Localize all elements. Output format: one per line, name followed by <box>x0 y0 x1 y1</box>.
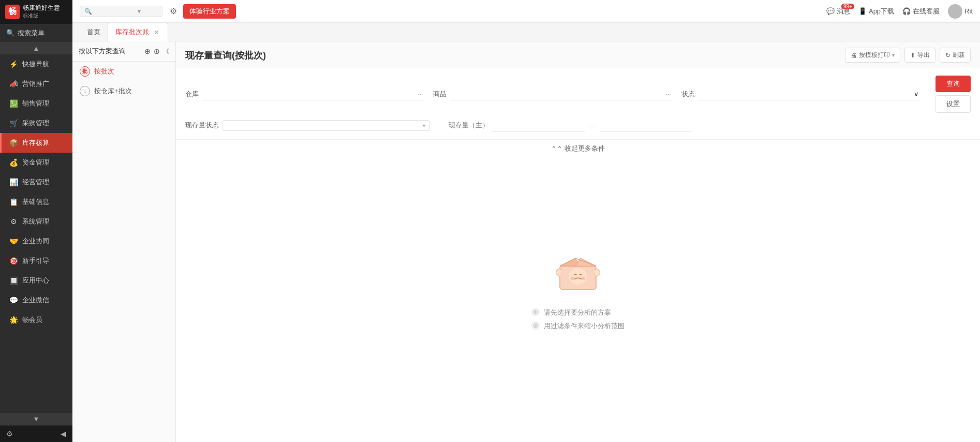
settings-btn[interactable]: 设置 <box>936 95 971 113</box>
company-name: 畅康通好生意 <box>23 4 60 12</box>
product-input[interactable]: ··· <box>450 89 673 100</box>
sidebar-item-label: 采购管理 <box>22 119 49 128</box>
print-icon: 🖨 <box>851 52 857 59</box>
warehouse-label: 仓库 <box>185 90 199 99</box>
svg-point-1 <box>569 268 587 285</box>
topbar-search-dropdown-icon[interactable]: ▾ <box>138 8 141 15</box>
basic-info-icon: 📋 <box>9 197 18 207</box>
scheme-item-warehouse-batch[interactable]: ○ 按仓库+批次 <box>72 81 175 101</box>
online-service-label: 在线客服 <box>913 7 940 16</box>
sidebar-item-marketing[interactable]: 📣 营销推广 <box>0 74 72 94</box>
tab-home[interactable]: 首页 <box>80 23 108 41</box>
filter-row-1: 仓库 ··· 商品 ··· 状态 <box>185 76 971 113</box>
sidebar-nav: ⚡ 快捷导航 📣 营销推广 💹 销售管理 🛒 采购管理 📦 库存核算 💰 资金管… <box>0 54 72 413</box>
sidebar-item-label: 企业微信 <box>22 296 49 305</box>
sidebar-collapse-icon[interactable]: ◀ <box>61 430 66 438</box>
empty-icon <box>547 238 609 300</box>
messages-item[interactable]: 💬 消息 99+ <box>826 7 850 16</box>
app-download-item[interactable]: 📱 App下载 <box>858 7 894 16</box>
left-panel-title: 按以下方案查询 <box>79 47 126 56</box>
user-item[interactable]: Rit <box>948 4 973 19</box>
sidebar-item-member[interactable]: 🌟 畅会员 <box>0 310 72 330</box>
topbar-search-box[interactable]: 🔍 ▾ <box>80 6 162 17</box>
sidebar-item-label: 应用中心 <box>22 276 49 285</box>
tip-text-2: 用过滤条件来缩小分析范围 <box>544 321 625 331</box>
status-arrow-icon[interactable]: ∨ <box>914 90 919 98</box>
filter-section: 仓库 ··· 商品 ··· 状态 <box>176 68 980 157</box>
collapse-more-btn[interactable]: ⌃⌃ 收起更多条件 <box>176 139 980 157</box>
sidebar-item-label: 新手引导 <box>22 256 49 266</box>
inventory-qty-field-to[interactable] <box>600 119 693 131</box>
left-panel-header: 按以下方案查询 ⊕ ⊛ 《 <box>72 41 175 62</box>
sidebar-item-quick-nav[interactable]: ⚡ 快捷导航 <box>0 54 72 74</box>
sidebar-item-finance[interactable]: 💰 资金管理 <box>0 153 72 172</box>
sidebar-item-purchase[interactable]: 🛒 采购管理 <box>0 113 72 133</box>
sidebar-item-inventory[interactable]: 📦 库存核算 <box>0 133 72 153</box>
filter-product: 商品 ··· <box>433 89 673 100</box>
product-dots-icon[interactable]: ··· <box>666 91 671 98</box>
sidebar-scroll-up[interactable]: ▲ <box>0 42 72 54</box>
sidebar-item-guide[interactable]: 🎯 新手引导 <box>0 251 72 271</box>
filter-inventory-status: 现存量状态 ▾ <box>185 120 430 131</box>
sidebar-scroll-down[interactable]: ▼ <box>0 413 72 425</box>
scheme-warehouse-batch-icon: ○ <box>80 86 90 96</box>
sidebar-item-label: 营销推广 <box>22 79 49 89</box>
refresh-icon: ↻ <box>945 52 951 59</box>
app-download-icon: 📱 <box>858 7 867 15</box>
filter-warehouse: 仓库 ··· <box>185 89 425 100</box>
inventory-qty-field[interactable] <box>492 119 585 131</box>
export-icon: ⬆ <box>910 52 915 59</box>
inventory-status-arrow-icon[interactable]: ▾ <box>423 123 425 128</box>
experience-btn[interactable]: 体验行业方案 <box>183 4 236 19</box>
sidebar-item-sales[interactable]: 💹 销售管理 <box>0 94 72 113</box>
headset-icon: 🎧 <box>902 7 911 15</box>
export-btn[interactable]: ⬆ 导出 <box>904 48 936 63</box>
system-icon: ⚙ <box>9 217 18 226</box>
inventory-status-select[interactable]: ▾ <box>222 120 430 131</box>
warehouse-dots-icon[interactable]: ··· <box>418 91 423 98</box>
inventory-status-label: 现存量状态 <box>185 121 219 130</box>
sidebar-item-system[interactable]: ⚙ 系统管理 <box>0 212 72 231</box>
right-panel: 现存量查询(按批次) 🖨 按模板打印 ▾ ⬆ 导出 ↻ 刷新 <box>176 41 980 442</box>
sidebar-search[interactable]: 🔍 搜索菜单 <box>0 24 72 42</box>
refresh-btn[interactable]: ↻ 刷新 <box>940 48 971 63</box>
operations-icon: 📊 <box>9 178 18 187</box>
sidebar-item-label: 资金管理 <box>22 158 49 167</box>
inventory-qty-input[interactable] <box>492 119 585 131</box>
sidebar-item-label: 快捷导航 <box>22 60 49 69</box>
topbar-settings-icon[interactable]: ⚙ <box>170 6 177 16</box>
scheme-settings-icon[interactable]: ⊛ <box>154 47 160 55</box>
filter-row-2: 现存量状态 ▾ 现存量（主） — <box>185 119 971 131</box>
inventory-qty-input-to[interactable] <box>600 119 693 131</box>
empty-tip-2: ② 用过滤条件来缩小分析范围 <box>531 321 625 331</box>
tab-inventory-batch-label: 库存批次账 <box>115 27 149 37</box>
empty-tips: ① 请先选择要分析的方案 ② 用过滤条件来缩小分析范围 <box>531 308 625 331</box>
user-avatar <box>948 4 962 19</box>
sidebar-item-enterprise[interactable]: 🤝 企业协同 <box>0 231 72 251</box>
scheme-batch-label: 按批次 <box>94 67 114 76</box>
warehouse-input[interactable]: ··· <box>202 89 425 100</box>
print-template-btn[interactable]: 🖨 按模板打印 ▾ <box>845 48 900 63</box>
sidebar-item-label: 企业协同 <box>22 237 49 246</box>
sidebar-item-basic-info[interactable]: 📋 基础信息 <box>0 192 72 212</box>
sidebar-item-app-center[interactable]: 🔲 应用中心 <box>0 271 72 290</box>
sidebar-item-label: 库存核算 <box>22 138 49 148</box>
content-area: 按以下方案查询 ⊕ ⊛ 《 批 按批次 ○ 按仓库+批次 现存量查询(按批次) <box>72 41 980 442</box>
sidebar-logo: 畅 <box>5 5 20 19</box>
panel-collapse-icon[interactable]: 《 <box>163 47 169 56</box>
sidebar-item-label: 基础信息 <box>22 197 49 207</box>
sidebar-item-enterprise-wechat[interactable]: 💬 企业微信 <box>0 290 72 310</box>
topbar-search-input[interactable] <box>94 8 136 15</box>
tip-text-1: 请先选择要分析的方案 <box>544 308 611 317</box>
status-select[interactable]: ∨ <box>698 88 921 100</box>
query-btn[interactable]: 查询 <box>936 76 971 92</box>
add-scheme-icon[interactable]: ⊕ <box>144 47 151 55</box>
sidebar-gear-icon[interactable]: ⚙ <box>6 430 13 438</box>
tab-close-icon[interactable]: ✕ <box>152 28 160 36</box>
print-dropdown-arrow[interactable]: ▾ <box>892 52 895 58</box>
purchase-icon: 🛒 <box>9 119 18 128</box>
tab-inventory-batch[interactable]: 库存批次账 ✕ <box>108 23 168 41</box>
scheme-item-batch[interactable]: 批 按批次 <box>72 62 175 81</box>
sidebar-item-operations[interactable]: 📊 经营管理 <box>0 172 72 192</box>
online-service-item[interactable]: 🎧 在线客服 <box>902 7 940 16</box>
